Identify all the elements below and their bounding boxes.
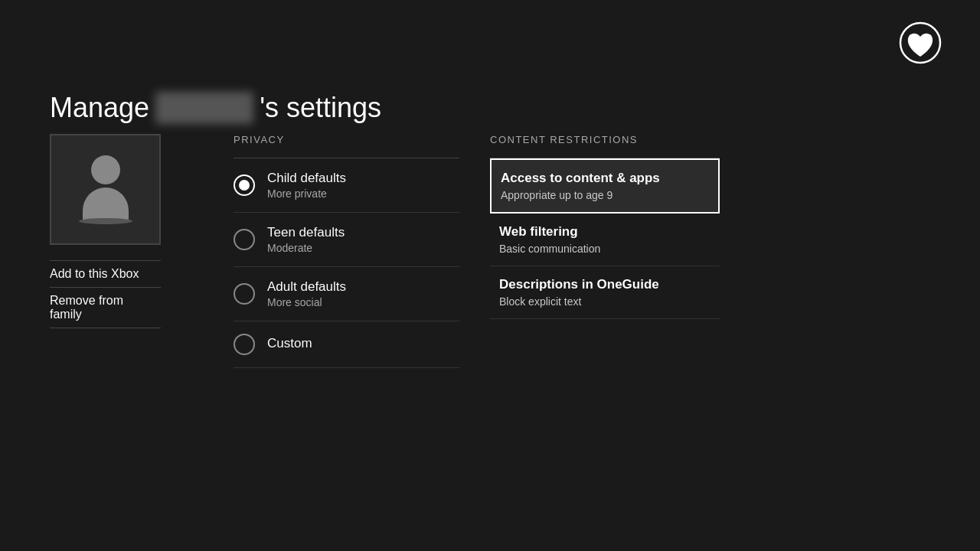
restriction-access-subtitle: Appropriate up to age 9 <box>501 189 709 201</box>
radio-teen-subtitle: Moderate <box>267 242 345 254</box>
avatar-icon <box>79 155 132 224</box>
page-title: Manage 's settings <box>50 92 381 124</box>
remove-from-family-text: Remove fromfamily <box>50 294 123 321</box>
privacy-option-child[interactable]: Child defaults More private <box>234 158 459 213</box>
avatar <box>50 134 161 245</box>
privacy-option-custom[interactable]: Custom <box>234 321 459 368</box>
restrictions-column: CONTENT RESTRICTIONS Access to content &… <box>490 134 720 368</box>
restriction-web-title: Web filtering <box>499 224 710 240</box>
restriction-descriptions-title: Descriptions in OneGuide <box>499 277 710 292</box>
radio-adult-title: Adult defaults <box>267 279 346 295</box>
restriction-web-subtitle: Basic communication <box>499 243 710 255</box>
privacy-option-teen[interactable]: Teen defaults Moderate <box>234 213 459 267</box>
radio-custom-text: Custom <box>267 336 312 353</box>
restriction-item-descriptions[interactable]: Descriptions in OneGuide Block explicit … <box>490 266 720 319</box>
radio-child-title: Child defaults <box>267 171 346 186</box>
privacy-options: Child defaults More private Teen default… <box>234 158 459 368</box>
restriction-descriptions-subtitle: Block explicit text <box>499 295 710 308</box>
avatar-shadow <box>79 218 132 224</box>
username-redacted <box>155 92 253 124</box>
title-prefix: Manage <box>50 92 149 124</box>
xbox-logo-container <box>899 21 942 64</box>
title-suffix: 's settings <box>260 92 381 124</box>
left-column: Add to this Xbox Remove fromfamily <box>50 134 203 368</box>
radio-adult-text: Adult defaults More social <box>267 279 346 308</box>
radio-child-text: Child defaults More private <box>267 171 346 200</box>
radio-teen-text: Teen defaults Moderate <box>267 225 345 254</box>
radio-child-fill <box>239 180 250 191</box>
radio-child-subtitle: More private <box>267 187 346 200</box>
privacy-section-label: PRIVACY <box>234 134 459 145</box>
radio-custom <box>234 334 255 355</box>
main-content: Add to this Xbox Remove fromfamily PRIVA… <box>50 134 720 368</box>
radio-teen-title: Teen defaults <box>267 225 345 240</box>
xbox-logo-icon <box>899 21 942 64</box>
privacy-option-adult[interactable]: Adult defaults More social <box>234 267 459 321</box>
radio-child <box>234 174 255 196</box>
add-to-xbox-link[interactable]: Add to this Xbox <box>50 260 161 288</box>
restriction-access-title: Access to content & apps <box>501 171 709 186</box>
privacy-column: PRIVACY Child defaults More private Teen… <box>234 134 459 368</box>
avatar-head <box>91 155 120 184</box>
restrictions-section-label: CONTENT RESTRICTIONS <box>490 134 720 145</box>
restriction-item-web[interactable]: Web filtering Basic communication <box>490 214 720 266</box>
avatar-body <box>83 187 129 220</box>
radio-adult <box>234 283 255 305</box>
radio-teen <box>234 229 255 250</box>
restriction-items: Access to content & apps Appropriate up … <box>490 158 720 319</box>
remove-from-family-link[interactable]: Remove fromfamily <box>50 288 161 328</box>
restriction-item-access[interactable]: Access to content & apps Appropriate up … <box>490 158 720 214</box>
radio-adult-subtitle: More social <box>267 296 346 308</box>
radio-custom-title: Custom <box>267 336 312 351</box>
